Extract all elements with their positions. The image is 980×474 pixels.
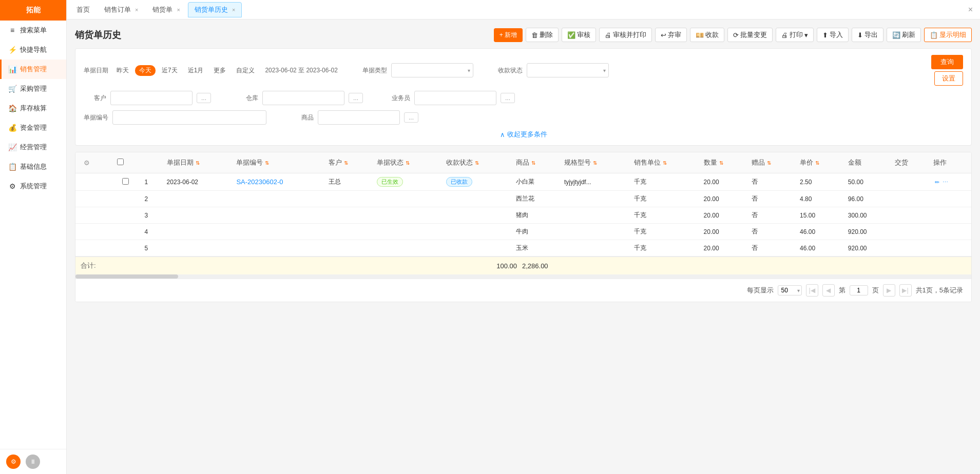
cell-doc-no	[231, 207, 323, 224]
tab-sales-order[interactable]: 销售订单 ×	[98, 2, 145, 17]
tab-sales-order-close[interactable]: ×	[135, 7, 138, 13]
doc-type-select[interactable]	[391, 63, 473, 77]
page-first-btn[interactable]: |◀	[806, 284, 818, 297]
tab-sales-history[interactable]: 销货单历史 ×	[188, 2, 242, 17]
goods-label: 商品	[291, 113, 314, 122]
sidebar-item-basic-info[interactable]: 📋 基础信息	[0, 157, 66, 176]
tabs-close-all[interactable]: ×	[964, 5, 977, 14]
tab-home-label: 首页	[76, 5, 90, 14]
goods-field: 商品 ...	[291, 110, 418, 125]
cell-settings	[75, 207, 112, 224]
batch-change-button[interactable]: ⟳ 批量变更	[727, 28, 773, 42]
cell-settings	[75, 224, 112, 240]
import-button[interactable]: ⬆ 导入	[817, 28, 849, 42]
review-button[interactable]: ✅ 审核	[562, 28, 596, 42]
delete-button[interactable]: 🗑 删除	[526, 28, 559, 42]
date-tag-7days[interactable]: 近7天	[158, 65, 182, 76]
col-qty[interactable]: 数量 ⇅	[699, 152, 747, 173]
table-row: 1 2023-06-02 SA-20230602-0 王总 已生效 已收款 小白…	[75, 173, 971, 191]
page-prev-btn[interactable]: ◀	[822, 284, 835, 297]
filter-row-docno: 单据编号 商品 ...	[84, 110, 963, 125]
warehouse-ellipsis-btn[interactable]: ...	[349, 93, 363, 103]
cell-spec: tyjyjtyjdf...	[559, 173, 629, 191]
date-tag-more[interactable]: 更多	[209, 65, 230, 76]
query-button[interactable]: 查询	[931, 55, 963, 69]
cell-transaction	[890, 191, 928, 207]
date-tag-yesterday[interactable]: 昨天	[112, 65, 133, 76]
table-settings-btn[interactable]: ⚙	[81, 156, 93, 169]
print-button[interactable]: 🖨 打印 ▾	[776, 28, 814, 42]
finance-mgmt-icon: 💰	[8, 124, 17, 132]
select-all-checkbox[interactable]	[117, 159, 124, 165]
refresh-icon: 🔄	[892, 31, 900, 39]
row-checkbox[interactable]	[122, 178, 129, 185]
date-filter-label: 单据日期	[84, 66, 108, 75]
sidebar-item-inventory-calc[interactable]: 🏠 库存核算	[0, 98, 66, 118]
sidebar-item-operation-mgmt[interactable]: 📈 经营管理	[0, 137, 66, 157]
action-btn[interactable]: ✏	[935, 179, 939, 185]
content-area: 销货单历史 + 新增 🗑 删除 ✅ 审核 🖨 审核并打印 ↩ 弃审	[67, 19, 980, 474]
export-button[interactable]: ⬇ 导出	[852, 28, 883, 42]
page-size-select[interactable]: 50 100	[778, 285, 802, 295]
col-collect-status[interactable]: 收款状态 ⇅	[441, 152, 511, 173]
col-goods[interactable]: 商品 ⇅	[511, 152, 559, 173]
set-button[interactable]: 设置	[934, 71, 963, 86]
review-print-button[interactable]: 🖨 审核并打印	[599, 28, 652, 42]
collect-button[interactable]: 💴 收款	[690, 28, 724, 42]
col-spec[interactable]: 规格型号 ⇅	[559, 152, 629, 173]
col-unit-price[interactable]: 单价 ⇅	[795, 152, 843, 173]
scrollbar-thumb[interactable]	[75, 274, 178, 279]
customer-ellipsis-btn[interactable]: ...	[197, 93, 211, 103]
col-customer[interactable]: 客户 ⇅	[323, 152, 372, 173]
tab-home[interactable]: 首页	[70, 2, 97, 17]
doc-status-badge: 已生效	[377, 177, 403, 187]
cell-checkbox	[112, 224, 139, 240]
sidebar-settings-icon[interactable]: ⚙	[6, 455, 21, 469]
tab-sales-goods[interactable]: 销货单 ×	[146, 2, 186, 17]
sidebar-item-quick-nav[interactable]: ⚡ 快捷导航	[0, 40, 66, 60]
collect-status-label: 收款状态	[498, 66, 523, 75]
salesperson-input[interactable]	[414, 91, 496, 105]
tab-sales-history-close[interactable]: ×	[232, 7, 235, 13]
table-row: 2 西兰花 千克 20.00 否 4.80 96.00	[75, 191, 971, 207]
collect-status-select[interactable]	[527, 63, 609, 77]
doc-no-link[interactable]: SA-20230602-0	[236, 178, 283, 186]
sidebar-item-label: 资金管理	[20, 123, 47, 132]
abandon-button[interactable]: ↩ 弃审	[655, 28, 687, 42]
date-tag-1month[interactable]: 近1月	[184, 65, 208, 76]
tab-sales-goods-close[interactable]: ×	[177, 7, 180, 13]
date-tag-custom[interactable]: 自定义	[232, 65, 259, 76]
goods-ellipsis-btn[interactable]: ...	[404, 112, 418, 123]
col-doc-date[interactable]: 单据日期 ⇅	[162, 152, 232, 173]
action-btn[interactable]: ⋯	[943, 179, 948, 185]
docno-field: 单据编号	[84, 110, 266, 125]
sidebar-collapse-icon[interactable]: ⏸	[26, 455, 40, 469]
show-detail-button[interactable]: 📋 显示明细	[924, 28, 972, 42]
sidebar-item-purchase-mgmt[interactable]: 🛒 采购管理	[0, 79, 66, 98]
goods-input[interactable]	[318, 110, 400, 125]
page-last-btn[interactable]: ▶|	[899, 284, 912, 297]
warehouse-input[interactable]	[262, 91, 344, 105]
collapse-filter-btn[interactable]: ∧ 收起更多条件	[84, 130, 963, 139]
col-doc-no[interactable]: 单据编号 ⇅	[231, 152, 323, 173]
page-next-btn[interactable]: ▶	[883, 284, 895, 297]
cell-collect-status	[441, 224, 511, 240]
docno-input[interactable]	[112, 110, 266, 125]
col-unit[interactable]: 销售单位 ⇅	[629, 152, 699, 173]
sidebar-item-sales-mgmt[interactable]: 📊 销售管理	[0, 60, 66, 79]
sidebar-item-search-menu[interactable]: ≡ 搜索菜单	[0, 21, 66, 40]
refresh-button[interactable]: 🔄 刷新	[887, 28, 921, 42]
page-input[interactable]	[850, 285, 868, 295]
salesperson-ellipsis-btn[interactable]: ...	[501, 93, 515, 103]
sidebar-item-finance-mgmt[interactable]: 💰 资金管理	[0, 118, 66, 137]
sidebar-item-system-mgmt[interactable]: ⚙ 系统管理	[0, 176, 66, 196]
salesperson-field: 业务员 ...	[388, 91, 515, 105]
horizontal-scrollbar[interactable]	[75, 274, 971, 279]
customer-label: 客户	[84, 94, 106, 103]
new-button[interactable]: + 新增	[494, 28, 523, 42]
cell-collect-status	[441, 207, 511, 224]
col-doc-status[interactable]: 单据状态 ⇅	[372, 152, 441, 173]
date-tag-today[interactable]: 今天	[135, 65, 156, 76]
customer-input[interactable]	[110, 91, 193, 105]
col-gift[interactable]: 赠品 ⇅	[746, 152, 795, 173]
